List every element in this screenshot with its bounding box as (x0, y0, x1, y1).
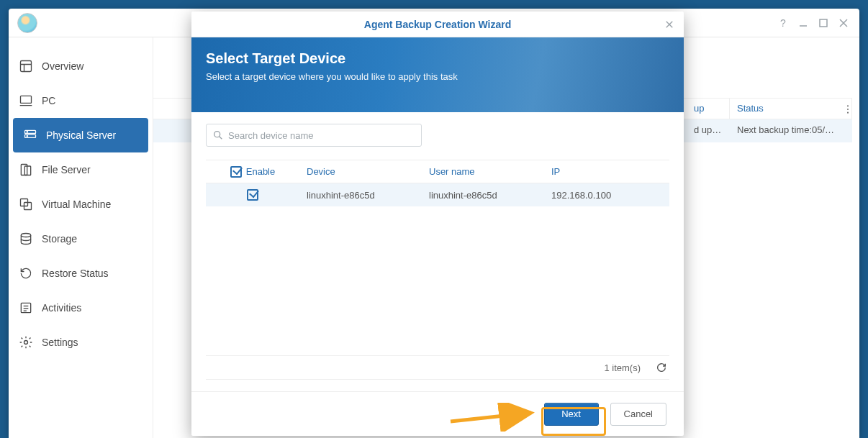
bg-col-status[interactable]: Status (730, 99, 852, 119)
refresh-button[interactable] (654, 360, 669, 375)
pc-icon (19, 93, 33, 108)
device-table-header: Enable Device User name IP (206, 160, 669, 183)
item-count: 1 item(s) (604, 362, 641, 373)
maximize-button[interactable] (813, 13, 833, 33)
device-search-input[interactable] (228, 130, 415, 141)
sidebar-item-settings[interactable]: Settings (9, 325, 153, 360)
sidebar: Overview PC Physical Server File Server … (9, 37, 153, 438)
sidebar-item-label: Virtual Machine (42, 199, 111, 210)
modal-close-button[interactable] (661, 16, 678, 33)
agent-backup-wizard-modal: Agent Backup Creation Wizard Select Targ… (191, 12, 684, 436)
storage-icon (19, 232, 33, 246)
svg-point-11 (27, 132, 27, 132)
sidebar-item-label: Storage (42, 233, 77, 245)
sidebar-item-label: Activities (42, 302, 81, 314)
svg-rect-1 (820, 19, 827, 27)
sidebar-item-label: PC (42, 95, 55, 106)
modal-status-bar: 1 item(s) (206, 355, 669, 380)
row-user: linuxhint-e86c5d (422, 183, 544, 206)
settings-icon (19, 335, 33, 350)
svg-point-17 (21, 234, 30, 237)
fileserver-icon (19, 163, 33, 177)
svg-point-25 (847, 112, 849, 114)
col-ip[interactable]: IP (544, 160, 669, 183)
modal-banner: Select Target Device Select a target dev… (191, 37, 684, 112)
svg-rect-4 (21, 61, 32, 72)
close-button[interactable] (833, 13, 854, 33)
sidebar-item-pc[interactable]: PC (9, 83, 153, 118)
device-row[interactable]: linuxhint-e86c5d linuxhint-e86c5d 192.16… (206, 183, 669, 206)
svg-point-24 (847, 109, 849, 110)
sidebar-item-overview[interactable]: Overview (9, 49, 153, 83)
vm-icon (19, 197, 33, 211)
bg-col-up[interactable]: up (687, 99, 730, 119)
row-ip: 192.168.0.100 (544, 183, 669, 206)
svg-line-29 (220, 137, 222, 140)
search-icon (212, 129, 224, 141)
device-table: Enable Device User name IP linuxhint-e86… (206, 160, 669, 206)
banner-subtitle: Select a target device where you would l… (206, 71, 669, 82)
sidebar-item-label: Overview (42, 60, 83, 72)
app-logo-icon (17, 13, 37, 33)
help-button[interactable]: ? (773, 13, 793, 33)
modal-titlebar: Agent Backup Creation Wizard (191, 12, 684, 37)
cancel-button[interactable]: Cancel (610, 403, 666, 426)
sidebar-item-virtual-machine[interactable]: Virtual Machine (9, 187, 153, 222)
sidebar-item-label: Settings (42, 337, 78, 348)
col-enable[interactable]: Enable (206, 160, 299, 183)
svg-point-28 (214, 132, 220, 137)
restore-icon (19, 266, 33, 280)
sidebar-item-storage[interactable]: Storage (9, 222, 153, 256)
col-device[interactable]: Device (299, 160, 422, 183)
minimize-button[interactable] (793, 13, 813, 33)
sidebar-item-file-server[interactable]: File Server (9, 152, 153, 187)
sidebar-item-label: Physical Server (46, 129, 116, 141)
sidebar-item-physical-server[interactable]: Physical Server (13, 118, 148, 152)
device-search-box[interactable] (206, 124, 422, 147)
svg-rect-7 (21, 96, 32, 103)
bg-cell-status: Next backup time:05/… (730, 119, 852, 142)
banner-heading: Select Target Device (206, 50, 669, 67)
table-more-icon[interactable] (839, 101, 856, 118)
svg-point-12 (27, 136, 27, 137)
col-user[interactable]: User name (422, 160, 544, 183)
sidebar-item-restore-status[interactable]: Restore Status (9, 256, 153, 291)
row-enable-checkbox[interactable] (247, 189, 258, 201)
activities-icon (19, 301, 33, 315)
svg-point-22 (24, 341, 28, 345)
server-icon (23, 128, 37, 142)
sidebar-item-label: Restore Status (42, 268, 109, 279)
enable-all-checkbox[interactable] (230, 166, 242, 178)
modal-title: Agent Backup Creation Wizard (364, 19, 511, 30)
sidebar-item-label: File Server (42, 164, 91, 175)
bg-cell-up: d up … (687, 119, 730, 142)
next-button[interactable]: Next (544, 403, 599, 426)
svg-point-23 (847, 105, 849, 106)
modal-footer: Next Cancel (191, 391, 684, 436)
row-device: linuxhint-e86c5d (299, 183, 422, 206)
sidebar-item-activities[interactable]: Activities (9, 291, 153, 325)
overview-icon (19, 59, 33, 73)
svg-rect-14 (24, 166, 30, 175)
